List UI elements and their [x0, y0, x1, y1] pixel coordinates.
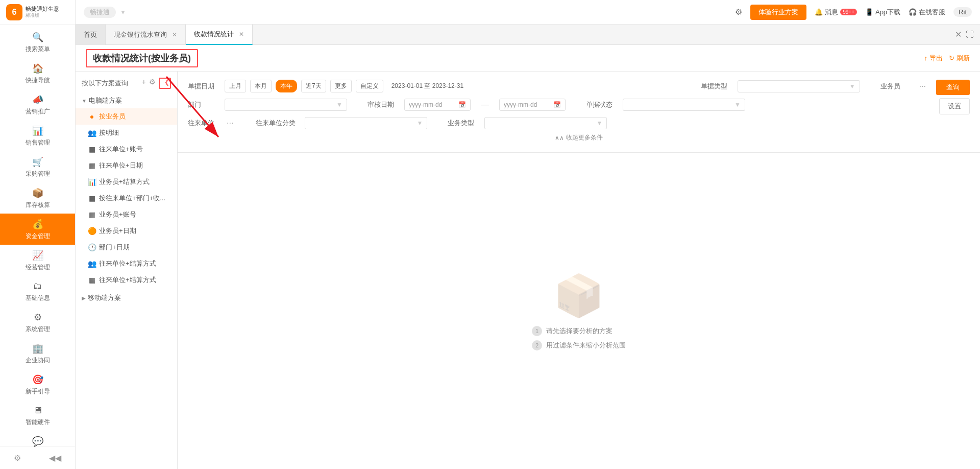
- sidebar-item-sales[interactable]: 📊 销售管理: [0, 120, 75, 151]
- date-btn-more[interactable]: 更多: [330, 80, 352, 92]
- empty-step-1: 1 请先选择要分析的方案: [532, 326, 626, 336]
- counterpart-dots[interactable]: ···: [227, 119, 233, 128]
- logo-area: 6 畅捷通好生意 标准版: [0, 0, 75, 25]
- finance-icon: 💰: [32, 219, 43, 230]
- settings-btn[interactable]: 设置: [939, 98, 970, 114]
- user-btn[interactable]: Rit: [953, 7, 972, 17]
- plan-item-cust-payment[interactable]: 👥 往来单位+结算方式: [76, 255, 177, 272]
- tab-home[interactable]: 首页: [76, 25, 106, 45]
- logo-icon: 6: [6, 4, 22, 20]
- counterpart-label: 往来单位: [188, 119, 216, 128]
- plan-item-cust-dept-recv[interactable]: ▦ 按往来单位+部门+收...: [76, 190, 177, 206]
- marketing-icon: 📣: [32, 94, 43, 105]
- sidebar-nav: 🔍 搜索菜单 🏠 快捷导航 📣 营销推广 📊 销售管理 🛒 采购管理 📦 库存核…: [0, 25, 75, 447]
- plan-item-cust-account[interactable]: ▦ 往来单位+账号: [76, 141, 177, 157]
- plan-item-by-detail[interactable]: 👥 按明细: [76, 125, 177, 141]
- plan-group-mobile-header[interactable]: ▶ 移动端方案: [76, 290, 177, 306]
- panel-collapse-icon[interactable]: 《: [159, 78, 171, 89]
- plan-group-mobile: ▶ 移动端方案: [76, 290, 177, 306]
- plan-item-by-salesman[interactable]: ● 按业务员: [76, 108, 177, 125]
- tab-bank-close-icon[interactable]: ✕: [172, 31, 177, 38]
- empty-step-2: 2 用过滤条件来缩小分析范围: [532, 340, 626, 350]
- trial-btn[interactable]: 体验行业方案: [750, 5, 806, 20]
- sidebar-item-wechat[interactable]: 💬 企业微信: [0, 431, 75, 447]
- tabs-expand-icon[interactable]: ⛶: [966, 30, 974, 39]
- plan-group-pc-header[interactable]: ▼ 电脑端方案: [76, 93, 177, 108]
- date-btn-this-year[interactable]: 本年: [276, 80, 297, 92]
- date-btn-this-month[interactable]: 本月: [250, 80, 272, 92]
- panel-add-icon[interactable]: +: [142, 78, 146, 89]
- export-btn[interactable]: ↑ 导出: [924, 54, 943, 63]
- review-date-end[interactable]: yyyy-mm-dd 📅: [499, 99, 566, 111]
- filter-row-3: 往来单位 ··· 往来单位分类 ▼ 业务类型 ▼: [188, 117, 928, 129]
- phone-icon: 📱: [865, 8, 873, 16]
- doc-type-chevron-icon: ▼: [849, 83, 855, 90]
- empty-illustration: 📦: [553, 272, 604, 320]
- panel-header-label: 按以下方案查询: [82, 79, 128, 88]
- counterpart-cat-label: 往来单位分类: [256, 119, 297, 128]
- topbar-settings-icon[interactable]: ⚙: [735, 7, 742, 17]
- notifications-btn[interactable]: 🔔 消息 99++: [815, 8, 857, 17]
- sidebar-item-corp[interactable]: 🏢 企业协同: [0, 338, 75, 369]
- sidebar-item-hardware[interactable]: 🖥 智能硬件: [0, 400, 75, 431]
- online-service-btn[interactable]: 🎧 在线客服: [909, 8, 945, 17]
- dept-select[interactable]: ▼: [225, 99, 347, 111]
- sidebar-item-purchase[interactable]: 🛒 采购管理: [0, 151, 75, 182]
- sidebar-item-basic[interactable]: 🗂 基础信息: [0, 276, 75, 307]
- tab-bank[interactable]: 现金银行流水查询 ✕: [106, 25, 186, 45]
- plan-group-pc: ▼ 电脑端方案 ● 按业务员 👥 按明细 ▦ 往来单位+账号: [76, 93, 177, 288]
- table5-icon: ▦: [88, 276, 96, 284]
- tabs-close-icon[interactable]: ✕: [955, 30, 962, 39]
- breadcrumb: 畅捷通 ▼: [84, 7, 727, 18]
- sidebar-item-search[interactable]: 🔍 搜索菜单: [0, 27, 75, 58]
- sidebar-bottom: ⚙ ◀◀: [0, 447, 75, 469]
- plan-item-dept-date[interactable]: 🕐 部门+日期: [76, 239, 177, 255]
- wechat-icon: 💬: [32, 436, 43, 447]
- tab-receipt[interactable]: 收款情况统计 ✕: [186, 25, 253, 45]
- panel-settings-icon[interactable]: ⚙: [149, 78, 156, 89]
- sidebar-item-quicknav[interactable]: 🏠 快捷导航: [0, 58, 75, 89]
- content-area: 收款情况统计(按业务员) ↑ 导出 ↻ 刷新 按以下方案查询 +: [76, 45, 980, 469]
- sidebar-item-system[interactable]: ⚙ 系统管理: [0, 307, 75, 338]
- date-btn-custom[interactable]: 自定义: [356, 80, 383, 92]
- filter-row-1: 单据日期 上月 本月 本年 近7天 更多 自定义 2023-01-01 至 20…: [188, 80, 928, 92]
- sidebar-collapse-btn[interactable]: ◀◀: [49, 453, 61, 463]
- people1-icon: 👥: [88, 260, 96, 268]
- sidebar-item-marketing[interactable]: 📣 营销推广: [0, 89, 75, 120]
- sidebar-item-guide[interactable]: 🎯 新手引导: [0, 369, 75, 400]
- sidebar-item-finance[interactable]: 💰 资金管理: [0, 214, 75, 245]
- refresh-btn[interactable]: ↻ 刷新: [949, 54, 970, 63]
- app-download-btn[interactable]: 📱 App下载: [865, 8, 900, 17]
- doc-type-select[interactable]: ▼: [738, 80, 860, 92]
- review-date-start[interactable]: yyyy-mm-dd 📅: [404, 99, 471, 111]
- sidebar-item-operation[interactable]: 📈 经营管理: [0, 245, 75, 276]
- doc-status-select[interactable]: ▼: [623, 99, 745, 111]
- basic-icon: 🗂: [33, 281, 42, 292]
- doc-type-label: 单据类型: [701, 82, 729, 91]
- breadcrumb-text: 畅捷通: [84, 7, 116, 18]
- plan-item-salesman-date[interactable]: 🟠 业务员+日期: [76, 223, 177, 239]
- panel-header: 按以下方案查询 + ⚙ 《: [76, 78, 177, 93]
- date-btn-prev-month[interactable]: 上月: [225, 80, 246, 92]
- plan-item-salesman-pay[interactable]: 📊 业务员+结算方式: [76, 174, 177, 190]
- salesman-icon: ●: [88, 112, 96, 121]
- query-btn[interactable]: 查询: [936, 80, 970, 95]
- salesman-dots[interactable]: ···: [919, 82, 926, 91]
- date-btn-last7[interactable]: 近7天: [301, 80, 326, 92]
- sidebar: 6 畅捷通好生意 标准版 🔍 搜索菜单 🏠 快捷导航 📣 营销推广 📊 销售管理…: [0, 0, 76, 469]
- tab-receipt-close-icon[interactable]: ✕: [239, 31, 244, 38]
- sidebar-settings-btn[interactable]: ⚙: [14, 453, 21, 463]
- plan-item-salesman-account[interactable]: ▦ 业务员+账号: [76, 206, 177, 223]
- user-name: Rit: [959, 8, 967, 16]
- counterpart-cat-select[interactable]: ▼: [305, 117, 427, 129]
- breadcrumb-chevron-icon: ▼: [120, 9, 126, 16]
- plan-item-cust-date[interactable]: ▦ 往来单位+日期: [76, 157, 177, 174]
- headset-icon: 🎧: [909, 8, 917, 16]
- notification-label: 消息: [825, 8, 838, 17]
- system-icon: ⚙: [34, 312, 42, 323]
- biz-type-label: 业务类型: [448, 119, 476, 128]
- plan-item-cust-payment2[interactable]: ▦ 往来单位+结算方式: [76, 272, 177, 288]
- collapse-more-btn[interactable]: ∧∧ 收起更多条件: [188, 129, 970, 144]
- sidebar-item-inventory[interactable]: 📦 库存核算: [0, 182, 75, 214]
- biz-type-select[interactable]: ▼: [484, 117, 607, 129]
